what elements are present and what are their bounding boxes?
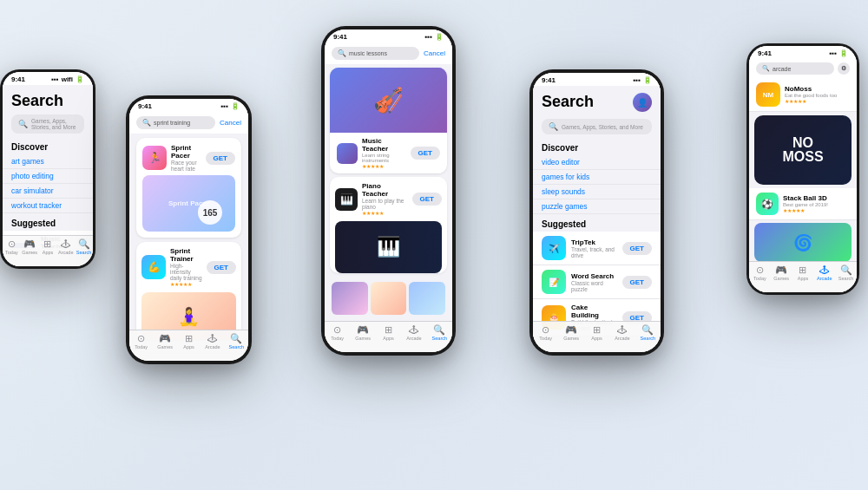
sprint-trainer-icon: 💪 bbox=[141, 255, 166, 279]
sprint-trainer-get[interactable]: GET bbox=[207, 261, 236, 274]
page-title-1: Search bbox=[11, 92, 84, 110]
sprint-pacer-icon: 🏃 bbox=[142, 146, 167, 170]
phone-1: 9:41 ▪▪▪ wifi 🔋 Search 🔍 Games, Apps, St… bbox=[0, 69, 95, 269]
piano-teacher-card: 🎹 Piano Teacher Learn to play the piano … bbox=[330, 177, 447, 273]
settings-icon-5[interactable]: ⚙ bbox=[838, 62, 850, 75]
tab-search-2[interactable]: 🔍Search bbox=[225, 334, 248, 357]
tab-bar-4: ⊙Today 🎮Games ⊞Apps 🕹Arcade 🔍Search bbox=[533, 321, 661, 352]
nomoss-name: NoMoss bbox=[785, 85, 850, 93]
tab-apps-5[interactable]: ⊞Apps bbox=[792, 265, 814, 289]
tab-today-4[interactable]: ⊙Today bbox=[533, 325, 558, 349]
tab-search-1[interactable]: 🔍Search bbox=[75, 239, 93, 263]
tab-arcade-4[interactable]: 🕹Arcade bbox=[609, 325, 635, 349]
music-teacher-icon bbox=[337, 143, 358, 164]
search-input-3[interactable]: 🔍 music lessons bbox=[332, 47, 419, 60]
tab-today-1[interactable]: ⊙Today bbox=[3, 239, 21, 263]
get-btn-4-2[interactable]: GET bbox=[622, 276, 652, 289]
discover-item-3[interactable]: car simulator bbox=[3, 184, 93, 199]
discover-item-4-3[interactable]: sleep sounds bbox=[533, 185, 661, 199]
time-2: 9:41 bbox=[138, 102, 152, 110]
sprint-pacer-name: Sprint Pacer bbox=[171, 144, 201, 160]
page-title-4: Search bbox=[542, 93, 594, 111]
sprint-pacer-image: 165 Sprint Pacer bbox=[142, 175, 235, 232]
thumb-1 bbox=[332, 282, 368, 315]
stackball-info: Stack Ball 3D Best game of 2019! ★★★★★ bbox=[783, 194, 850, 213]
thumb-3 bbox=[409, 282, 445, 315]
piano-info: Piano Teacher Learn to play the piano ★★… bbox=[362, 182, 408, 216]
search-placeholder-4: Games, Apps, Stories, and More bbox=[562, 124, 643, 130]
tab-today-2[interactable]: ⊙Today bbox=[129, 334, 153, 357]
discover-item-2[interactable]: photo editing bbox=[3, 169, 93, 184]
tab-games-3[interactable]: 🎮Games bbox=[350, 325, 375, 349]
sprint-trainer-desc: High-intensity daily training bbox=[170, 263, 202, 281]
tab-arcade-2[interactable]: 🕹Arcade bbox=[201, 334, 224, 357]
music-teacher-get[interactable]: GET bbox=[411, 147, 440, 160]
discover-title-4: Discover bbox=[533, 138, 661, 155]
discover-item-4[interactable]: workout tracker bbox=[3, 199, 93, 213]
phone-3: 9:41 ▪▪▪ 🔋 🔍 music lessons Cancel bbox=[321, 26, 456, 356]
search-input-5[interactable]: 🔍 arcade bbox=[756, 62, 834, 75]
discover-item-4-1[interactable]: video editor bbox=[533, 155, 661, 170]
tab-today-3[interactable]: ⊙Today bbox=[325, 325, 350, 349]
discover-item-4-2[interactable]: games for kids bbox=[533, 170, 661, 185]
search-icon-3: 🔍 bbox=[338, 49, 346, 57]
signal-icon-4: ▪▪▪ bbox=[633, 76, 641, 84]
sprint-number: 165 bbox=[198, 200, 222, 225]
music-teacher-stars: ★★★★★ bbox=[362, 163, 406, 169]
phone-4: 9:41 ▪▪▪ 🔋 Search 👤 🔍 Games bbox=[529, 69, 664, 356]
search-with-cancel-2: 🔍 sprint training Cancel bbox=[129, 112, 248, 134]
sprint-pacer-get[interactable]: GET bbox=[206, 152, 235, 165]
search-input-2[interactable]: 🔍 sprint training bbox=[136, 116, 215, 129]
search-with-cancel-3: 🔍 music lessons Cancel bbox=[325, 42, 452, 64]
battery-icon: 🔋 bbox=[76, 75, 84, 83]
status-bar-1: 9:41 ▪▪▪ wifi 🔋 bbox=[3, 72, 93, 85]
discover-title-1: Discover bbox=[3, 137, 93, 154]
tab-search-3[interactable]: 🔍Search bbox=[427, 325, 452, 349]
stackball-name: Stack Ball 3D bbox=[783, 194, 850, 202]
battery-icon-2: 🔋 bbox=[231, 102, 240, 110]
cancel-btn-3[interactable]: Cancel bbox=[424, 49, 445, 57]
stackball-row: ⚽ Stack Ball 3D Best game of 2019! ★★★★★ bbox=[749, 188, 857, 220]
app-info-4-1: TripTek Travel, track, and drive bbox=[571, 238, 617, 258]
tab-arcade-3[interactable]: 🕹Arcade bbox=[401, 325, 426, 349]
cancel-btn-2[interactable]: Cancel bbox=[220, 119, 241, 127]
search-icon-5: 🔍 bbox=[762, 65, 770, 72]
tab-games-5[interactable]: 🎮Games bbox=[771, 265, 792, 289]
sprint-trainer-stars: ★★★★★ bbox=[170, 281, 202, 287]
tab-search-5[interactable]: 🔍Search bbox=[835, 265, 857, 289]
discover-item-1[interactable]: art games bbox=[3, 154, 93, 169]
app-name-4-1: TripTek bbox=[571, 238, 617, 246]
piano-icon: 🎹 bbox=[335, 188, 358, 211]
signal-icon: ▪▪▪ bbox=[51, 75, 59, 83]
tab-games-1[interactable]: 🎮Games bbox=[21, 239, 39, 263]
status-bar-4: 9:41 ▪▪▪ 🔋 bbox=[533, 73, 661, 86]
music-emoji: 🎻 bbox=[373, 86, 404, 114]
tab-bar-2: ⊙Today 🎮Games ⊞Apps 🕹Arcade 🔍Search bbox=[129, 330, 248, 361]
tab-arcade-1[interactable]: 🕹Arcade bbox=[56, 239, 75, 263]
tab-apps-3[interactable]: ⊞Apps bbox=[376, 325, 401, 349]
tab-games-2[interactable]: 🎮Games bbox=[153, 334, 176, 357]
search-bar-1[interactable]: 🔍 Games, Apps, Stories, and More bbox=[11, 114, 84, 134]
signal-icon-5: ▪▪▪ bbox=[829, 49, 837, 57]
suggested-title-4: Suggested bbox=[533, 214, 661, 232]
tab-today-5[interactable]: ⊙Today bbox=[749, 265, 771, 289]
signal-icon-3: ▪▪▪ bbox=[424, 33, 432, 41]
tab-apps-1[interactable]: ⊞Apps bbox=[39, 239, 57, 263]
time-1: 9:41 bbox=[11, 75, 25, 83]
wifi-icon: wifi bbox=[62, 75, 73, 83]
music-card-image: 🎻 bbox=[330, 68, 447, 133]
tab-apps-4[interactable]: ⊞Apps bbox=[584, 325, 609, 349]
tab-apps-2[interactable]: ⊞Apps bbox=[177, 334, 201, 357]
search-bar-4[interactable]: 🔍 Games, Apps, Stories, and More bbox=[542, 119, 652, 134]
get-btn-4-1[interactable]: GET bbox=[622, 242, 652, 255]
app-row-4-2: 📝 Word Search Classic word puzzle GET bbox=[533, 265, 661, 299]
stackball-stars: ★★★★★ bbox=[783, 207, 850, 213]
piano-get[interactable]: GET bbox=[412, 193, 442, 206]
avatar-4[interactable]: 👤 bbox=[633, 93, 652, 112]
tab-search-4[interactable]: 🔍Search bbox=[635, 325, 661, 349]
nomoss-info: NoMoss Eat the good foods too ★★★★★ bbox=[785, 85, 850, 104]
thumb-2 bbox=[371, 282, 407, 315]
tab-games-4[interactable]: 🎮Games bbox=[558, 325, 583, 349]
discover-item-4-4[interactable]: puzzle games bbox=[533, 199, 661, 214]
tab-arcade-5[interactable]: 🕹Arcade bbox=[813, 265, 835, 289]
